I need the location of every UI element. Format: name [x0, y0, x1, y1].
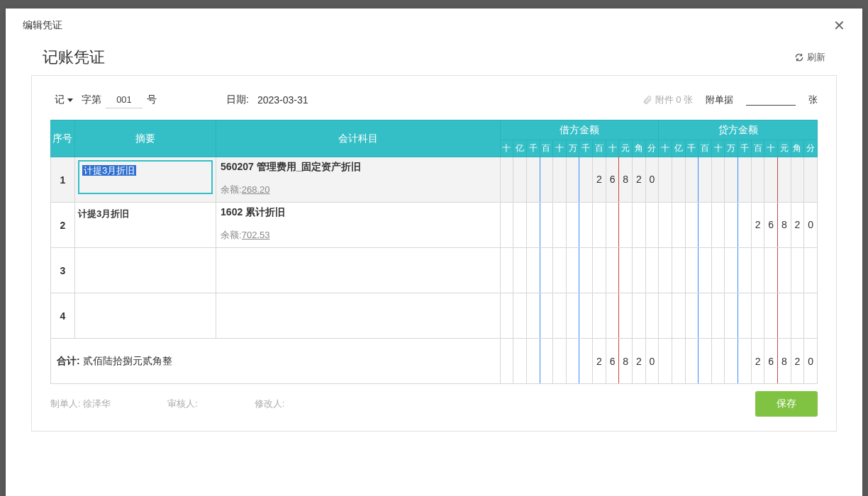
close-icon[interactable]: ✕ [833, 18, 845, 33]
refresh-button[interactable]: 刷新 [794, 51, 825, 64]
amount-cell[interactable] [513, 203, 527, 248]
amount-cell[interactable] [645, 248, 659, 293]
amount-cell[interactable] [725, 157, 738, 203]
amount-cell[interactable] [672, 248, 685, 293]
amount-cell[interactable]: 8 [619, 339, 633, 384]
amount-cell[interactable] [566, 203, 579, 248]
amount-cell[interactable] [699, 157, 712, 203]
amount-cell[interactable] [513, 293, 527, 339]
amount-cell[interactable] [553, 293, 567, 339]
amount-cell[interactable] [659, 293, 672, 339]
account-cell[interactable] [216, 248, 501, 293]
amount-cell[interactable] [778, 248, 791, 293]
amount-cell[interactable] [579, 293, 593, 339]
amount-cell[interactable] [711, 157, 725, 203]
amount-cell[interactable]: 2 [791, 339, 804, 384]
amount-cell[interactable] [553, 157, 567, 203]
amount-cell[interactable] [685, 339, 699, 384]
amount-cell[interactable] [526, 339, 540, 384]
account-cell[interactable]: 1602 累计折旧余额:702.53 [216, 203, 501, 248]
attachment-link[interactable]: 附件 0 张 [642, 94, 693, 106]
amount-cell[interactable] [500, 293, 513, 339]
amount-cell[interactable] [685, 203, 699, 248]
amount-cell[interactable] [645, 203, 659, 248]
amount-cell[interactable] [500, 339, 513, 384]
amount-cell[interactable] [593, 293, 606, 339]
amount-cell[interactable] [778, 157, 791, 203]
amount-cell[interactable] [791, 157, 804, 203]
amount-cell[interactable]: 2 [791, 203, 804, 248]
amount-cell[interactable] [751, 248, 764, 293]
amount-cell[interactable] [500, 157, 513, 203]
amount-cell[interactable] [500, 203, 513, 248]
bill-count-input[interactable] [746, 94, 796, 106]
amount-cell[interactable] [566, 339, 579, 384]
amount-cell[interactable] [738, 293, 752, 339]
amount-cell[interactable]: 0 [645, 157, 659, 203]
amount-cell[interactable] [672, 293, 685, 339]
amount-cell[interactable] [606, 293, 619, 339]
amount-cell[interactable] [778, 293, 791, 339]
amount-cell[interactable]: 2 [632, 157, 645, 203]
amount-cell[interactable] [500, 248, 513, 293]
amount-cell[interactable]: 8 [778, 339, 791, 384]
amount-cell[interactable] [579, 339, 593, 384]
amount-cell[interactable] [738, 157, 752, 203]
amount-cell[interactable] [659, 339, 672, 384]
amount-cell[interactable] [553, 339, 567, 384]
amount-cell[interactable]: 2 [632, 339, 645, 384]
amount-cell[interactable] [738, 339, 752, 384]
voucher-number-input[interactable] [106, 91, 143, 108]
amount-cell[interactable] [566, 248, 579, 293]
amount-cell[interactable]: 2 [593, 157, 606, 203]
amount-cell[interactable] [540, 293, 553, 339]
amount-cell[interactable] [526, 203, 540, 248]
amount-cell[interactable] [540, 203, 553, 248]
amount-cell[interactable] [606, 248, 619, 293]
amount-cell[interactable]: 2 [751, 203, 764, 248]
amount-cell[interactable] [553, 203, 567, 248]
amount-cell[interactable] [738, 203, 752, 248]
amount-cell[interactable] [566, 293, 579, 339]
amount-cell[interactable] [632, 293, 645, 339]
amount-cell[interactable] [659, 248, 672, 293]
amount-cell[interactable] [526, 248, 540, 293]
amount-cell[interactable] [699, 293, 712, 339]
summary-cell[interactable] [74, 248, 216, 293]
amount-cell[interactable] [725, 293, 738, 339]
amount-cell[interactable] [672, 339, 685, 384]
amount-cell[interactable] [711, 203, 725, 248]
amount-cell[interactable] [540, 248, 553, 293]
amount-cell[interactable] [513, 339, 527, 384]
amount-cell[interactable] [764, 157, 778, 203]
amount-cell[interactable] [764, 248, 778, 293]
amount-cell[interactable] [659, 157, 672, 203]
amount-cell[interactable] [645, 293, 659, 339]
amount-cell[interactable]: 6 [606, 339, 619, 384]
amount-cell[interactable] [526, 293, 540, 339]
amount-cell[interactable] [685, 248, 699, 293]
amount-cell[interactable] [579, 203, 593, 248]
amount-cell[interactable] [711, 248, 725, 293]
amount-cell[interactable]: 6 [764, 339, 778, 384]
amount-cell[interactable] [711, 293, 725, 339]
amount-cell[interactable]: 6 [764, 203, 778, 248]
amount-cell[interactable]: 0 [645, 339, 659, 384]
amount-cell[interactable] [804, 157, 818, 203]
amount-cell[interactable] [791, 293, 804, 339]
amount-cell[interactable] [579, 157, 593, 203]
save-button[interactable]: 保存 [755, 391, 818, 417]
amount-cell[interactable] [804, 248, 818, 293]
amount-cell[interactable] [526, 157, 540, 203]
amount-cell[interactable] [579, 248, 593, 293]
summary-cell[interactable]: 计提3月折旧 [74, 157, 216, 203]
amount-cell[interactable]: 8 [619, 157, 633, 203]
amount-cell[interactable] [619, 203, 633, 248]
amount-cell[interactable] [738, 248, 752, 293]
amount-cell[interactable] [619, 248, 633, 293]
amount-cell[interactable] [553, 248, 567, 293]
amount-cell[interactable] [540, 157, 553, 203]
amount-cell[interactable] [725, 339, 738, 384]
account-cell[interactable]: 560207 管理费用_固定资产折旧余额:268.20 [216, 157, 501, 203]
amount-cell[interactable] [699, 248, 712, 293]
